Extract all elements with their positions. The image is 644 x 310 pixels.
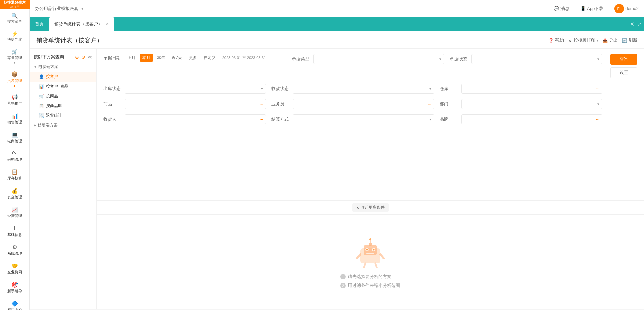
out-status-input[interactable]: ▾ [125,84,266,94]
date-tab-this-month[interactable]: 本月 [140,54,153,62]
message-button[interactable]: 💬 消息 [554,6,569,12]
goods-input[interactable]: ··· [125,99,266,109]
window-maximize-icon[interactable]: ⤢ [637,21,641,28]
sidebar-item-system[interactable]: ⚙ 系统管理 [0,241,29,259]
action-buttons: 查询 设置 [608,54,637,78]
sidebar-item-newbie[interactable]: 🎯 新手引导 [0,278,29,297]
refresh-icon: 🔄 [622,38,627,43]
newbie-icon: 🎯 [11,281,18,288]
user-menu-button[interactable]: Ea demo2 [614,4,639,13]
empty-illustration [354,235,387,268]
date-tab-last-month[interactable]: 上月 [125,54,138,62]
desktop-category-arrow-icon: ▼ [34,65,37,69]
tab-maximize: ✕ ⤢ [630,21,641,28]
warehouse-label: 仓库 [440,86,459,92]
scheme-item-by-goods-99[interactable]: 📋 按商品99 [30,101,96,111]
dept-input[interactable]: ▾ [461,99,602,109]
scheme-add-icon[interactable]: ⊕ [75,54,79,60]
print-button[interactable]: 🖨 按模板打印 ▾ [568,37,598,43]
refresh-button[interactable]: 🔄 刷新 [622,37,637,43]
collapse-button[interactable]: ∧ 收起更多条件 [352,203,389,212]
marketing-label: 营销推广 [7,101,22,106]
app-center-icon: 🔷 [11,300,18,307]
enterprise-icon: 🤝 [11,263,18,269]
sidebar-item-search[interactable]: 🔍 搜索菜单 [0,9,29,28]
header-breadcrumb: 办公用品行业模拟账套 [35,6,78,12]
salesman-dots-icon: ··· [428,102,431,106]
breadcrumb-dropdown-icon[interactable]: ▾ [81,6,83,11]
system-label: 系统管理 [7,251,22,256]
brand-input[interactable]: ··· [461,114,602,124]
window-close-icon[interactable]: ✕ [630,21,634,28]
ecommerce-icon: 💻 [11,132,18,138]
doc-status-input[interactable]: ▾ [471,54,602,64]
inventory-icon: 📋 [11,169,18,175]
scheme-item-by-customer[interactable]: 👤 按客户 [30,72,96,82]
date-tab-custom[interactable]: 自定义 [201,54,218,62]
operation-label: 经营管理 [7,213,22,218]
dept-dropdown-icon: ▾ [597,102,599,106]
svg-line-9 [364,263,365,268]
tab-sales-stat-close-icon[interactable]: ✕ [106,22,109,27]
scheme-item-return-stat[interactable]: 📉 退货统计 [30,111,96,120]
date-tab-last-7[interactable]: 近7天 [169,54,185,62]
scheme-item-by-customer-goods[interactable]: 📊 按客户+商品 [30,82,96,91]
receive-status-input[interactable]: ▾ [293,84,434,94]
doc-type-input[interactable]: ▾ [313,54,444,64]
svg-point-11 [369,243,372,246]
warehouse-input[interactable]: ··· [461,84,602,94]
svg-line-8 [380,254,384,258]
sidebar-item-quick-nav[interactable]: ⚡ 快捷导航 [0,28,29,45]
date-filter-label: 单据日期 [103,55,122,61]
payment-label: 结算方式 [271,116,290,122]
svg-point-5 [373,249,375,251]
sidebar-item-ecommerce[interactable]: 💻 电商管理 [0,128,29,147]
sidebar-item-marketing[interactable]: 📢 营销推广 [0,91,29,109]
out-status-label: 出库状态 [103,86,122,92]
query-button[interactable]: 查询 [610,54,637,65]
tab-sales-stat[interactable]: 销货单统计表（按客户） ✕ [49,17,114,31]
date-tab-more[interactable]: 更多 [186,54,200,62]
sidebar-item-purchase[interactable]: 🛍 采购管理 [0,147,29,165]
collapse-bar: ∧ 收起更多条件 [97,200,644,215]
date-tab-this-year[interactable]: 本年 [154,54,168,62]
wholesale-icon: 📦 [11,71,18,78]
sidebar-item-enterprise[interactable]: 🤝 企业协同 [0,259,29,278]
marketing-icon: 📢 [11,94,18,100]
finance-label: 资金管理 [7,195,22,200]
sidebar: 畅捷通好生意 标报员 🔍 搜索菜单 ⚡ 快捷导航 🛒 零售管理 ▼ 📦 批发管理… [0,0,30,310]
export-button[interactable]: 📤 导出 [602,37,618,43]
sidebar-item-retail[interactable]: 🛒 零售管理 ▼ [0,45,29,68]
sidebar-item-wholesale[interactable]: 📦 批发管理 ▲ [0,68,29,91]
help-icon: ❓ [548,38,554,43]
scheme-collapse-icon[interactable]: ≪ [87,54,92,60]
sidebar-item-sales[interactable]: 📊 销售管理 [0,109,29,128]
scheme-item-by-goods[interactable]: 🛒 按商品 [30,91,96,101]
help-button[interactable]: ❓ 帮助 [548,37,564,43]
scheme-header: 按以下方案查询 ⊕ ⊙ ≪ [30,52,96,62]
receiver-input[interactable]: ··· [125,114,266,124]
by-customer-goods-label: 按客户+商品 [46,84,68,89]
sidebar-item-finance[interactable]: 💰 资金管理 [0,184,29,203]
svg-point-13 [369,238,371,240]
refresh-label: 刷新 [629,37,637,43]
payment-input[interactable]: ▾ [293,114,434,124]
salesman-input[interactable]: ··· [293,99,434,109]
return-stat-icon: 📉 [39,113,44,118]
scheme-category-desktop[interactable]: ▼ 电脑端方案 [30,62,96,72]
scheme-settings-icon[interactable]: ⊙ [81,54,85,60]
right-panel: 单据日期 上月 本月 本年 近7天 更多 自定义 2023-03-01 至 20… [97,49,644,309]
filter-row-2: 出库状态 ▾ 收款状态 ▾ [103,84,637,94]
settings-button[interactable]: 设置 [610,67,637,78]
sidebar-item-operation[interactable]: 📈 经营管理 [0,203,29,222]
sidebar-item-basic-info[interactable]: ℹ 基础信息 [0,222,29,241]
dept-label: 部门 [440,101,459,107]
sidebar-item-inventory[interactable]: 📋 库存核算 [0,165,29,184]
scheme-category-mobile[interactable]: ▶ 移动端方案 [30,120,96,130]
tab-home[interactable]: 首页 [30,17,49,31]
app-download-button[interactable]: 📱 App下载 [580,6,603,12]
retail-icon: 🛒 [11,48,18,55]
empty-tip-2: 2 用过滤条件来缩小分析范围 [340,282,400,289]
sidebar-item-app-center[interactable]: 🔷 应用中心 [0,297,29,310]
purchase-label: 采购管理 [7,157,22,162]
